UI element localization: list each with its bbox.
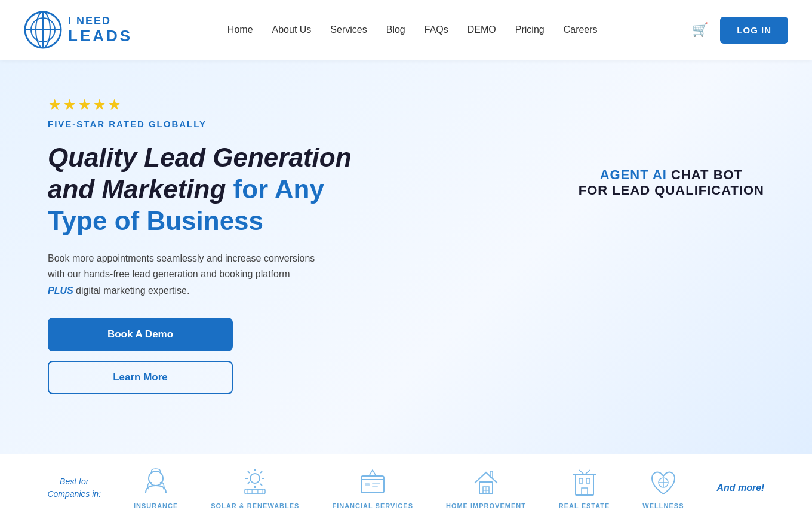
svg-rect-16	[247, 489, 252, 494]
and-more-label: And more!	[716, 483, 764, 493]
industry-wellness: WELLNESS	[642, 466, 684, 509]
logo-leads: LEADS	[68, 27, 133, 45]
svg-rect-17	[253, 489, 257, 494]
nav-faqs[interactable]: FAQs	[425, 24, 448, 35]
hero-left: ★★★★★ FIVE-STAR RATED GLOBALLY Quality L…	[48, 96, 406, 394]
rating-label: FIVE-STAR RATED GLOBALLY	[48, 119, 406, 129]
svg-line-14	[248, 482, 250, 484]
nav-blog[interactable]: Blog	[386, 24, 405, 35]
login-button[interactable]: LOG IN	[720, 17, 788, 44]
bottom-bar: Best for Companies in: INSURANCE	[0, 454, 812, 513]
solar-label: SOLAR & RENEWABLES	[211, 502, 299, 509]
wellness-label: WELLNESS	[642, 502, 684, 509]
svg-rect-22	[372, 486, 378, 487]
navbar: I NEED LEADS Home About Us Services Blog…	[0, 0, 812, 60]
hero-subtitle-2: PLUS digital marketing expertise.	[48, 285, 406, 296]
logo[interactable]: I NEED LEADS	[24, 11, 133, 49]
svg-line-11	[248, 471, 250, 473]
logo-i-need: I NEED	[68, 16, 133, 27]
financial-icon	[356, 466, 389, 499]
svg-rect-18	[258, 489, 263, 494]
best-for-line1: Best for	[60, 477, 88, 486]
hero-right: AGENT AI CHAT BOT FOR LEAD QUALIFICATION	[406, 96, 764, 198]
svg-rect-15	[245, 489, 265, 494]
svg-rect-27	[576, 475, 593, 495]
svg-line-12	[260, 484, 262, 486]
agent-ai-rest: CHAT BOT	[667, 167, 743, 182]
svg-rect-20	[365, 483, 370, 486]
best-for-label: Best for Companies in:	[47, 475, 101, 500]
industry-home-improvement: HOME IMPROVEMENT	[446, 466, 526, 509]
svg-point-6	[250, 474, 260, 483]
hero-section: ★★★★★ FIVE-STAR RATED GLOBALLY Quality L…	[0, 60, 812, 454]
svg-point-5	[149, 471, 163, 486]
insurance-icon	[140, 466, 172, 499]
hero-plus: PLUS	[48, 285, 73, 296]
nav-links: Home About Us Services Blog FAQs DEMO Pr…	[227, 24, 598, 35]
insurance-label: INSURANCE	[134, 502, 178, 509]
industry-solar: SOLAR & RENEWABLES	[211, 466, 299, 509]
financial-label: FINANCIAL SERVICES	[332, 502, 413, 509]
home-improvement-label: HOME IMPROVEMENT	[446, 502, 526, 509]
solar-icon	[239, 466, 271, 499]
agent-ai-sub: FOR LEAD QUALIFICATION	[579, 183, 764, 198]
wellness-icon	[647, 466, 679, 499]
agent-ai-box: AGENT AI CHAT BOT FOR LEAD QUALIFICATION	[579, 167, 764, 198]
nav-services[interactable]: Services	[330, 24, 367, 35]
home-improvement-icon	[470, 466, 502, 499]
agent-ai-blue: AGENT AI	[600, 167, 667, 182]
industry-insurance: INSURANCE	[134, 466, 178, 509]
best-for-line2: Companies in:	[47, 489, 101, 499]
logo-text: I NEED LEADS	[68, 16, 133, 44]
book-demo-button[interactable]: Book A Demo	[48, 318, 233, 351]
nav-about[interactable]: About Us	[272, 24, 312, 35]
svg-rect-28	[579, 478, 583, 483]
real-estate-icon	[568, 466, 601, 499]
learn-more-button[interactable]: Learn More	[48, 361, 233, 394]
nav-right: 🛒 LOG IN	[692, 17, 788, 44]
industry-real-estate: REAL ESTATE	[559, 466, 610, 509]
agent-ai-label: AGENT AI CHAT BOT	[579, 167, 764, 183]
industry-financial: FINANCIAL SERVICES	[332, 466, 413, 509]
nav-demo[interactable]: DEMO	[467, 24, 496, 35]
hero-subtitle-1: Book more appointments seamlessly and in…	[48, 251, 406, 281]
star-rating: ★★★★★	[48, 96, 406, 114]
svg-rect-29	[586, 478, 590, 483]
nav-home[interactable]: Home	[227, 24, 253, 35]
logo-icon	[24, 11, 62, 49]
cart-icon[interactable]: 🛒	[692, 22, 708, 38]
nav-careers[interactable]: Careers	[564, 24, 598, 35]
hero-title: Quality Lead Generationand Marketing for…	[48, 142, 406, 236]
hero-subtitle-extra: digital marketing expertise.	[73, 285, 190, 296]
svg-rect-30	[582, 488, 588, 495]
nav-pricing[interactable]: Pricing	[515, 24, 545, 35]
svg-rect-21	[372, 483, 380, 484]
svg-line-13	[260, 471, 262, 473]
real-estate-label: REAL ESTATE	[559, 502, 610, 509]
